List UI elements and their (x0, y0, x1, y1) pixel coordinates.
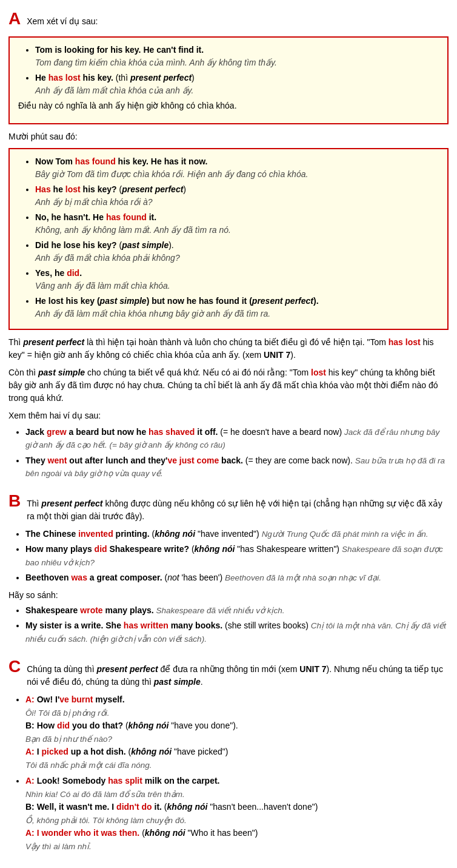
dialog1: A: Ow! I've burnt myself. Ôi! Tôi đã bị … (25, 693, 449, 772)
section-a-box2: Now Tom has found his key. He has it now… (8, 148, 449, 330)
dialog2-line2: B: Well, it wasn't me. I didn't do it. (… (25, 801, 449, 813)
box2-item4: Did he lose his key? (past simple). Anh … (35, 239, 439, 264)
box2-item1-main: Now Tom has found his key. He has it now… (35, 156, 207, 166)
b-item2: How many plays did Shakespeare write? (k… (25, 543, 449, 569)
b-item3-vn: Beethoven đã là một nhà soạn nhạc vĩ đại… (225, 573, 381, 582)
extra-item2-main: They went out after lunch and they've ju… (25, 456, 355, 465)
b-item1: The Chinese invented printing. (không nó… (25, 528, 449, 540)
compare-item1: Shakespeare wrote many plays. Shakespear… (25, 604, 449, 617)
dialog1-line2: B: How did you do that? (không nói "have… (25, 719, 449, 732)
dialog1-line2-vn: Bạn đã bị như thế nào? (25, 733, 449, 745)
b-item2-main: How many plays did Shakespeare write? (k… (25, 544, 342, 554)
box2-item4-vn: Anh ấy đã mất chìa khóa phải không? (35, 252, 439, 264)
compare-label: Hãy so sánh: (8, 589, 449, 602)
section-a-header: A Xem xét ví dụ sau: (8, 6, 449, 32)
section-a-intro: Xem xét ví dụ sau: (27, 15, 98, 28)
box1-item1: Tom is looking for his key. He can't fin… (35, 44, 439, 69)
box2-item2-main: Has he lost his key? (present perfect) (35, 184, 186, 194)
box1-list: Tom is looking for his key. He can't fin… (18, 44, 439, 97)
dialog2: A: Look! Somebody has split milk on the … (25, 775, 449, 853)
dialog2-line1: A: Look! Somebody has split milk on the … (25, 775, 449, 787)
dialog1-line1: A: Ow! I've burnt myself. (25, 693, 449, 706)
dialog1-line3-vn: Tôi đã nhấc phải một cái đĩa nóng. (25, 759, 449, 772)
compare-item2: My sister is a write. She has written ma… (25, 619, 449, 645)
box1-note: Điều này có nghĩa là anh ấy hiện giờ khô… (18, 99, 439, 112)
box1-item2-vn: Anh ấy đã làm mất chìa khóa của anh ấy. (35, 84, 439, 97)
compare-list: Shakespeare wrote many plays. Shakespear… (8, 604, 449, 645)
section-c-dialogs: A: Ow! I've burnt myself. Ôi! Tôi đã bị … (8, 693, 449, 853)
box1-item2-main: He has lost his key. (thì present perfec… (35, 73, 195, 82)
box1-item1-main: Tom is looking for his key. He can't fin… (35, 45, 204, 55)
b-item3: Beethoven was a great composer. (not 'ha… (25, 571, 449, 584)
box2-item5: Yes, he did. Vâng anh ấy đã làm mất chìa… (35, 267, 439, 292)
box2-item3: No, he hasn't. He has found it. Không, a… (35, 211, 439, 237)
box2-item6-main: He lost his key (past simple) but now he… (35, 296, 319, 306)
section-b-list: The Chinese invented printing. (không nó… (8, 528, 449, 584)
box2-item5-vn: Vâng anh ấy đã làm mất chìa khóa. (35, 280, 439, 292)
box2-item1-vn: Bây giờ Tom đã tìm được chìa khóa rồi. H… (35, 168, 439, 181)
box2-list: Now Tom has found his key. He has it now… (18, 155, 439, 320)
dialog2-line3-vn: Vậy thì ai làm nhỉ. (25, 841, 449, 853)
dialog1-line3: A: I picked up a hot dish. (không nói "h… (25, 745, 449, 758)
ten-min-label: Mười phút sau đó: (8, 130, 449, 143)
box2-item4-main: Did he lose his key? (past simple). (35, 240, 174, 250)
box2-item6: He lost his key (past simple) but now he… (35, 295, 439, 320)
section-c-letter: C (8, 654, 21, 679)
compare-item2-main: My sister is a write. She has written ma… (25, 621, 311, 630)
compare-item1-main: Shakespeare wrote many plays. (25, 605, 156, 615)
box2-item2: Has he lost his key? (present perfect) A… (35, 183, 439, 209)
section-c: C Chúng ta dùng thì present perfect để đ… (8, 654, 449, 853)
dialog2-line1-vn: Nhìn kia! Có ai đó đã làm đổ sữa trên th… (25, 789, 449, 801)
dialog1-line1-vn: Ôi! Tôi đã bị phỏng rồi. (25, 707, 449, 719)
section-a-extra-list: Jack grew a beard but now he has shaved … (8, 426, 449, 480)
section-a-extra-intro: Xem thêm hai ví dụ sau: (8, 409, 449, 422)
b-item3-main: Beethoven was a great composer. (not 'ha… (25, 573, 225, 582)
box1-item1-vn: Tom đang tìm kiếm chìa khóa của mình. An… (35, 56, 439, 69)
b-item1-vn: Người Trung Quốc đã phát minh ra việc in… (262, 530, 429, 539)
box2-item3-vn: Không, anh ấy không làm mất. Anh ấy đã t… (35, 224, 439, 237)
section-b-header: B Thì present perfect không được dùng nế… (8, 488, 449, 523)
section-b-intro: Thì present perfect không được dùng nếu … (27, 497, 449, 523)
box2-item6-vn: Anh ấy đã làm mất chìa khóa nhưng bây gi… (35, 308, 439, 320)
section-c-header: C Chúng ta dùng thì present perfect để đ… (8, 654, 449, 688)
extra-item1-main: Jack grew a beard but now he has shaved … (25, 427, 344, 437)
section-a-explanation1: Thì present perfect là thì hiện tại hoàn… (8, 336, 449, 362)
box2-item1: Now Tom has found his key. He has it now… (35, 155, 439, 181)
dialog2-line2-vn: Ồ, không phải tôi. Tôi không làm chuyện … (25, 815, 449, 827)
b-item1-main: The Chinese invented printing. (không nó… (25, 529, 262, 539)
section-a: A Xem xét ví dụ sau: Tom is looking for … (8, 6, 449, 480)
section-c-intro: Chúng ta dùng thì present perfect để đưa… (27, 663, 449, 688)
section-b: B Thì present perfect không được dùng nế… (8, 488, 449, 645)
section-a-box1: Tom is looking for his key. He can't fin… (8, 36, 449, 124)
compare-item1-vn: Shakespeare đã viết nhiều vở kịch. (156, 606, 285, 615)
box2-item2-vn: Anh ấy bị mất chìa khóa rồi à? (35, 196, 439, 209)
extra-item1: Jack grew a beard but now he has shaved … (25, 426, 449, 452)
box2-item3-main: No, he hasn't. He has found it. (35, 212, 156, 222)
section-a-letter: A (8, 6, 21, 32)
section-b-letter: B (8, 488, 21, 514)
extra-item2: They went out after lunch and they've ju… (25, 454, 449, 480)
dialog2-line3: A: I wonder who it was then. (không nói … (25, 827, 449, 839)
box1-item2: He has lost his key. (thì present perfec… (35, 72, 439, 97)
box2-item5-main: Yes, he did. (35, 268, 82, 278)
section-a-explanation2: Còn thì past simple cho chúng ta biết về… (8, 366, 449, 405)
